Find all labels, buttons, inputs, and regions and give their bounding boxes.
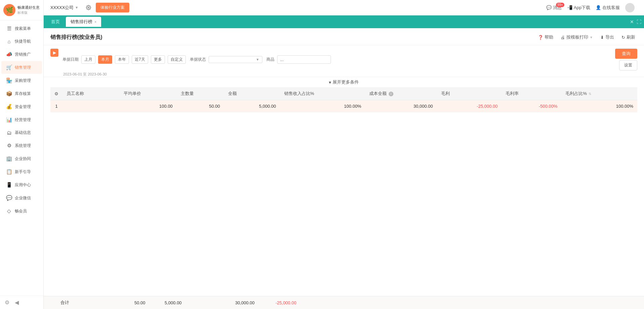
app-download-button[interactable]: 📲 App下载 (567, 5, 590, 11)
sidebar-item-purchase[interactable]: 🏪 采购管理 (1, 74, 42, 87)
sidebar-item-apps[interactable]: 📱 应用中心 (1, 178, 42, 191)
cell-sales-pct: 100.00% (280, 100, 366, 112)
tab-sales-ranking-label: 销售排行榜 (71, 19, 92, 25)
cell-amount: 5,000.00 (224, 100, 280, 112)
print-button[interactable]: 🖨 按模板打印 ▼ (559, 33, 595, 42)
sidebar-item-capital[interactable]: 💰 资金管理 (1, 100, 42, 113)
col-profit-pct: 毛利占比% ⇅ (561, 87, 637, 100)
export-icon: ⬇ (600, 35, 604, 40)
sidebar-item-system[interactable]: ⚙ 系统管理 (1, 139, 42, 152)
help-icon: ❓ (538, 35, 543, 40)
query-button[interactable]: 查询 (615, 49, 637, 59)
sidebar: 🌿 畅康通好生意 标准版 ☰ 搜索菜单 ⌂ 快捷导航 📣 营销推广 🛒 销售管理… (0, 0, 44, 309)
col-avg-price: 平均单价 (120, 87, 177, 100)
sidebar-item-guide[interactable]: 📋 新手引导 (1, 165, 42, 178)
cell-cost: 30,000.00 (365, 100, 437, 112)
col-profit-rate: 毛利率 (502, 87, 561, 100)
goods-input[interactable]: ... (277, 55, 331, 64)
date-range-display: 2023-06-01 至 2023-06-30 (62, 72, 637, 77)
page-title: 销售排行榜(按业务员) (50, 34, 102, 41)
sales-icon: 🛒 (6, 64, 12, 70)
cell-index: 1 (50, 100, 62, 112)
expand-more-button[interactable]: ▾ 展开更多条件 (44, 77, 644, 87)
cell-profit-rate: -500.00% (502, 100, 561, 112)
message-button[interactable]: 💬 消息 99+ (546, 5, 562, 11)
this-year-button[interactable]: 本年 (115, 55, 129, 64)
content-area: 销售排行榜(按业务员) ❓ 帮助 🖨 按模板打印 ▼ ⬇ 导出 ↻ 刷新 (44, 28, 644, 309)
tabbar: 首页 销售排行榜 × ✕ ⛶ (44, 15, 644, 28)
sidebar-item-collab[interactable]: 🏢 企业协同 (1, 152, 42, 165)
sidebar-item-member[interactable]: ◇ 畅会员 (1, 205, 42, 217)
message-badge: 99+ (556, 3, 564, 7)
table-row: 1 100.00 50.00 5,000.00 (50, 100, 637, 112)
col-main-qty: 主数量 (177, 87, 224, 100)
topbar-gear-button[interactable] (84, 3, 93, 12)
footer-amount: 5,000.00 (165, 300, 202, 305)
svg-point-0 (88, 7, 89, 8)
tabbar-right: ✕ ⛶ (630, 19, 641, 24)
sidebar-item-wechat[interactable]: 💬 企业微信 (1, 192, 42, 204)
sidebar-bottom: ⚙ ◀ (0, 296, 43, 309)
topbar-right: 💬 消息 99+ 📲 App下载 👤 在线客服 (546, 3, 640, 12)
tab-home[interactable]: 首页 (46, 17, 65, 27)
sidebar-item-operations[interactable]: 📊 经营管理 (1, 113, 42, 126)
refresh-button[interactable]: ↻ 刷新 (619, 33, 637, 42)
search-menu-icon: ☰ (6, 25, 12, 32)
col-name: 员工名称 (62, 87, 120, 100)
more-date-button[interactable]: 更多 (151, 55, 165, 64)
online-service-label: 在线客服 (602, 5, 620, 11)
sidebar-item-basic[interactable]: 🗂 基础信息 (1, 126, 42, 139)
col-cost: 成本全额 i (365, 87, 437, 100)
tab-sales-ranking[interactable]: 销售排行榜 × (66, 17, 101, 27)
status-chevron-icon: ▼ (256, 58, 259, 61)
service-icon: 👤 (596, 5, 601, 10)
page-actions: ❓ 帮助 🖨 按模板打印 ▼ ⬇ 导出 ↻ 刷新 (536, 33, 637, 42)
sidebar-item-inventory[interactable]: 📦 库存核算 (1, 87, 42, 100)
tab-restore-icon[interactable]: ⛶ (637, 19, 641, 24)
marketing-icon: 📣 (6, 51, 12, 57)
purchase-icon: 🏪 (6, 78, 12, 84)
apps-icon: 📱 (6, 182, 12, 188)
profit-pct-sort-icon[interactable]: ⇅ (589, 92, 591, 96)
company-name: XXXXX公司 (50, 5, 74, 11)
cost-info-icon[interactable]: i (389, 92, 393, 96)
export-button[interactable]: ⬇ 导出 (598, 33, 616, 42)
status-select[interactable]: ▼ (209, 56, 262, 63)
company-selector[interactable]: XXXXX公司 ▼ (48, 3, 81, 12)
close-tab-icon[interactable]: × (94, 20, 96, 24)
help-button[interactable]: ❓ 帮助 (536, 33, 555, 42)
sidebar-collapse-icon[interactable]: ◀ (15, 299, 19, 306)
custom-date-button[interactable]: 自定义 (168, 55, 186, 64)
footer-main-qty: 50.00 (134, 300, 165, 305)
sidebar-item-marketing[interactable]: 📣 营销推广 (1, 48, 42, 61)
status-filter-label: 单据状态 (190, 57, 206, 62)
online-service-button[interactable]: 👤 在线客服 (596, 5, 620, 11)
cell-name (62, 100, 120, 112)
logo-tag: 标准版 (17, 10, 40, 15)
main-wrapper: XXXXX公司 ▼ 体验行业方案 💬 消息 99+ 📲 App下载 👤 在线客服 (44, 0, 644, 309)
sidebar-settings-icon[interactable]: ⚙ (5, 299, 9, 306)
sidebar-item-sales[interactable]: 🛒 销售管理 (1, 61, 42, 74)
logo-icon: 🌿 (3, 4, 15, 16)
last7days-button[interactable]: 近7天 (132, 55, 148, 64)
table-settings-icon[interactable]: ⚙ (54, 91, 58, 96)
filter-toggle-button[interactable]: ▶ (50, 49, 58, 57)
sidebar-item-shortcut[interactable]: ⌂ 快捷导航 (1, 35, 42, 48)
footer-total-label: 合计 (60, 300, 104, 306)
inventory-icon: 📦 (6, 91, 12, 97)
this-month-button[interactable]: 本月 (98, 55, 112, 64)
download-icon: 📲 (567, 5, 572, 10)
tab-close-all-icon[interactable]: ✕ (630, 19, 634, 24)
last-month-button[interactable]: 上月 (81, 55, 95, 64)
trial-button[interactable]: 体验行业方案 (96, 3, 129, 12)
cell-avg-price: 100.00 (120, 100, 177, 112)
sidebar-item-search[interactable]: ☰ 搜索菜单 (1, 22, 42, 35)
wechat-icon: 💬 (6, 195, 12, 201)
data-table: ⚙ 员工名称 平均单价 主数量 全额 (50, 87, 637, 112)
page-header: 销售排行榜(按业务员) ❓ 帮助 🖨 按模板打印 ▼ ⬇ 导出 ↻ 刷新 (44, 28, 644, 45)
guide-icon: 📋 (6, 169, 12, 175)
collab-icon: 🏢 (6, 156, 12, 162)
capital-icon: 💰 (6, 104, 12, 110)
settings-button[interactable]: 设置 (619, 60, 637, 70)
cell-profit-pct: 100.00% (561, 100, 637, 112)
